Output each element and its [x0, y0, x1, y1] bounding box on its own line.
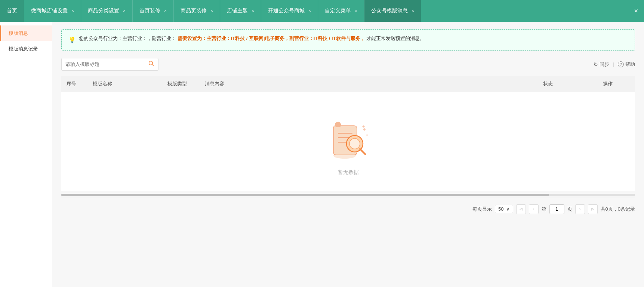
- col-seq: 序号: [61, 76, 87, 92]
- sidebar-item-template-message-log-label: 模版消息记录: [9, 46, 38, 52]
- notice-banner: 💡 您的公众号行业为：主营行业：，副营行业： 需要设置为：主营行业：IT科技 /…: [61, 29, 635, 51]
- tab-bar: 首页 微商城店铺设置 × 商品分类设置 × 首页装修 × 商品页装修 × 店铺主…: [0, 0, 644, 22]
- per-page-chevron-icon: ∨: [506, 206, 510, 212]
- pagination-row: 每页显示 50 ∨ ⊲ ‹ 第 页 › ⊳ 共0页，0条记录: [61, 203, 635, 214]
- tab-product-page-decor[interactable]: 商品页装修 ×: [174, 0, 220, 22]
- per-page-value: 50: [498, 206, 503, 212]
- tab-open-public-mall-close[interactable]: ×: [308, 8, 311, 13]
- tab-custom-menu-label: 自定义菜单: [325, 7, 351, 14]
- notice-icon: 💡: [68, 35, 76, 45]
- sidebar-item-template-message[interactable]: 模版消息: [0, 25, 52, 41]
- table-header-row: 序号 模版名称 模版类型 消息内容 状态 操作: [61, 76, 635, 92]
- search-input[interactable]: [65, 61, 148, 67]
- empty-text: 暂无数据: [61, 169, 635, 176]
- sync-label: 同步: [600, 61, 609, 68]
- notice-text: 您的公众号行业为：主营行业：，副营行业： 需要设置为：主营行业：IT科技 / 互…: [79, 35, 425, 43]
- col-action: 操作: [598, 76, 635, 92]
- tab-product-category-close[interactable]: ×: [123, 8, 126, 13]
- content-area: 💡 您的公众号行业为：主营行业：，副营行业： 需要设置为：主营行业：IT科技 /…: [52, 22, 644, 287]
- toolbar-divider: |: [613, 61, 614, 67]
- toolbar-right: ↻ 同步 | ? 帮助: [594, 61, 635, 68]
- tab-template-msg-label: 公众号模版消息: [371, 7, 408, 14]
- first-page-button[interactable]: ⊲: [516, 204, 526, 214]
- col-status: 状态: [538, 76, 598, 92]
- tab-homepage-decor-close[interactable]: ×: [164, 8, 167, 13]
- per-page-select[interactable]: 50 ∨: [495, 205, 513, 213]
- col-name: 模版名称: [87, 76, 162, 92]
- tab-micro-shop-close[interactable]: ×: [71, 8, 74, 13]
- tab-shop-theme-close[interactable]: ×: [252, 8, 254, 13]
- close-all-button[interactable]: ×: [628, 7, 644, 15]
- help-icon: ?: [618, 61, 624, 67]
- tab-homepage-decor[interactable]: 首页装修 ×: [133, 0, 174, 22]
- tab-custom-menu-close[interactable]: ×: [355, 8, 357, 13]
- sync-button[interactable]: ↻ 同步: [594, 61, 609, 68]
- main-layout: 模版消息 模版消息记录 💡 您的公众号行业为：主营行业：，副营行业： 需要设置为…: [0, 22, 644, 287]
- help-label: 帮助: [625, 61, 635, 68]
- per-page-label: 每页显示: [472, 206, 492, 213]
- last-page-button[interactable]: ⊳: [588, 204, 598, 214]
- tab-shop-theme[interactable]: 店铺主题 ×: [220, 0, 261, 22]
- prev-page-button[interactable]: ‹: [529, 204, 539, 214]
- sidebar-item-template-message-log[interactable]: 模版消息记录: [0, 41, 52, 57]
- sync-icon: ↻: [594, 61, 598, 67]
- svg-line-8: [360, 149, 365, 154]
- tab-product-category-label: 商品分类设置: [88, 7, 119, 14]
- notice-highlight: 需要设置为：主营行业：IT科技 / 互联网|电子商务，副营行业：IT科技 / I…: [178, 36, 365, 41]
- tab-product-category[interactable]: 商品分类设置 ×: [81, 0, 133, 22]
- sidebar-item-template-message-label: 模版消息: [9, 30, 28, 36]
- empty-state: 暂无数据: [61, 92, 635, 191]
- svg-point-7: [349, 138, 360, 149]
- page-suffix: 页: [567, 206, 572, 213]
- tab-template-msg-close[interactable]: ×: [412, 8, 414, 13]
- table-scrollbar[interactable]: [61, 194, 635, 198]
- svg-point-10: [366, 134, 368, 136]
- data-table: 序号 模版名称 模版类型 消息内容 状态 操作: [61, 76, 635, 191]
- page-number-input[interactable]: [549, 204, 564, 214]
- search-button[interactable]: [148, 61, 154, 68]
- tab-open-public-mall-label: 开通公众号商城: [268, 7, 305, 14]
- page-label: 第: [542, 206, 546, 213]
- empty-illustration: [61, 115, 635, 163]
- notice-text-before: 您的公众号行业为：主营行业：，副营行业：: [79, 36, 176, 41]
- tab-home[interactable]: 首页: [0, 0, 24, 22]
- search-input-wrap[interactable]: [61, 58, 158, 71]
- col-type: 模版类型: [162, 76, 200, 92]
- svg-point-9: [363, 128, 366, 131]
- search-row: ↻ 同步 | ? 帮助: [61, 58, 635, 71]
- help-button[interactable]: ? 帮助: [618, 61, 635, 68]
- tab-custom-menu[interactable]: 自定义菜单 ×: [318, 0, 364, 22]
- tab-micro-shop-label: 微商城店铺设置: [31, 7, 68, 14]
- tab-open-public-mall[interactable]: 开通公众号商城 ×: [261, 0, 318, 22]
- col-content: 消息内容: [200, 76, 538, 92]
- empty-state-row: 暂无数据: [61, 92, 635, 191]
- tab-product-page-decor-label: 商品页装修: [181, 7, 207, 14]
- sidebar: 模版消息 模版消息记录: [0, 22, 52, 287]
- notice-text-after: 才能正常发送预置的消息。: [366, 36, 425, 41]
- tab-home-label: 首页: [7, 7, 17, 14]
- tab-shop-theme-label: 店铺主题: [227, 7, 248, 14]
- tab-homepage-decor-label: 首页装修: [139, 7, 160, 14]
- tab-product-page-decor-close[interactable]: ×: [210, 8, 213, 13]
- next-page-button[interactable]: ›: [575, 204, 585, 214]
- tab-template-msg[interactable]: 公众号模版消息 ×: [364, 0, 421, 22]
- tab-micro-shop[interactable]: 微商城店铺设置 ×: [24, 0, 81, 22]
- total-info: 共0页，0条记录: [601, 206, 635, 213]
- svg-line-1: [152, 64, 154, 66]
